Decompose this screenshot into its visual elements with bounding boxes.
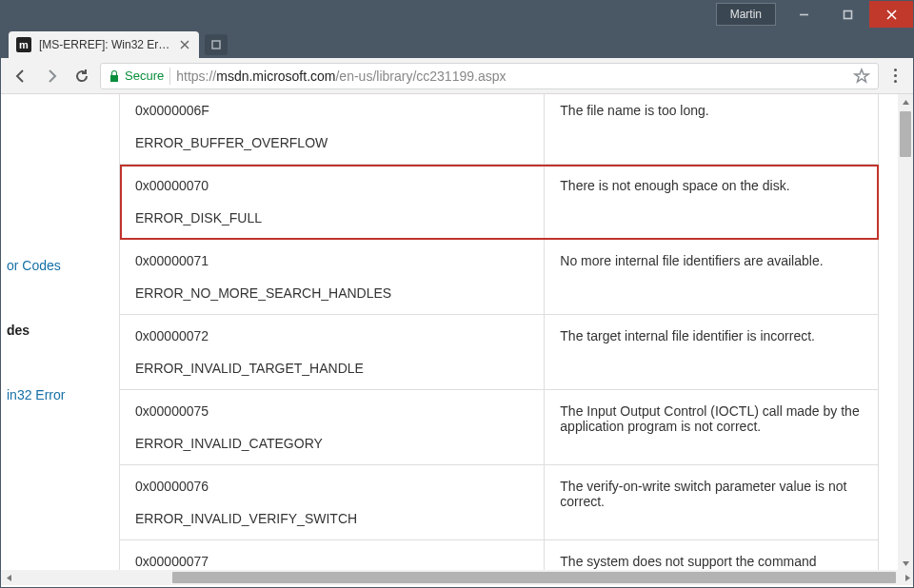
error-desc: There is not enough space on the disk. xyxy=(560,178,789,193)
table-row: 0x00000072ERROR_INVALID_TARGET_HANDLEThe… xyxy=(120,315,879,390)
url-path: /en-us/library/cc231199.aspx xyxy=(335,69,506,84)
error-desc-cell: There is not enough space on the disk. xyxy=(545,165,879,240)
error-desc: The system does not support the command … xyxy=(560,554,816,571)
window-buttons xyxy=(782,1,913,28)
error-code: 0x00000071 xyxy=(135,253,528,268)
horizontal-scroll-thumb[interactable] xyxy=(172,572,896,583)
error-desc: The verify-on-write switch parameter val… xyxy=(560,479,846,509)
page-content[interactable]: or Codes des in32 Error 0x0000006FERROR_… xyxy=(1,94,900,571)
error-desc: The Input Output Control (IOCTL) call ma… xyxy=(560,403,859,434)
doc-sidebar: or Codes des in32 Error xyxy=(7,94,111,452)
error-code: 0x00000070 xyxy=(135,178,528,193)
error-code: 0x00000076 xyxy=(135,479,528,494)
table-row: 0x00000075ERROR_INVALID_CATEGORYThe Inpu… xyxy=(120,390,879,465)
svg-rect-6 xyxy=(212,41,220,49)
error-code: 0x00000077 xyxy=(135,554,528,569)
sidebar-item-current[interactable]: des xyxy=(7,323,30,338)
error-code-cell: 0x00000076ERROR_INVALID_VERIFY_SWITCH xyxy=(120,465,545,540)
error-code-cell: 0x0000006FERROR_BUFFER_OVERFLOW xyxy=(120,94,545,165)
error-desc-cell: The verify-on-write switch parameter val… xyxy=(545,465,879,540)
error-desc: The target internal file identifier is i… xyxy=(560,328,815,343)
error-code-cell: 0x00000070ERROR_DISK_FULL xyxy=(120,165,545,240)
svg-marker-7 xyxy=(855,69,868,82)
tab-close-icon[interactable] xyxy=(180,40,189,49)
url-text: https://msdn.microsoft.com/en-us/library… xyxy=(176,69,506,84)
scroll-up-icon[interactable] xyxy=(898,94,913,109)
error-code-cell: 0x00000075ERROR_INVALID_CATEGORY xyxy=(120,390,545,465)
table-row: 0x0000006FERROR_BUFFER_OVERFLOWThe file … xyxy=(120,94,879,165)
lock-icon xyxy=(109,69,120,83)
minimize-button[interactable] xyxy=(782,1,825,28)
error-name: ERROR_NO_MORE_SEARCH_HANDLES xyxy=(135,285,391,301)
scroll-left-icon[interactable] xyxy=(1,570,16,585)
error-code: 0x00000072 xyxy=(135,328,528,343)
error-desc: No more internal file identifiers are av… xyxy=(560,253,823,268)
bookmark-star-icon[interactable] xyxy=(853,68,870,85)
tab-strip: m [MS-ERREF]: Win32 Erro… xyxy=(1,28,913,58)
svg-marker-8 xyxy=(903,100,909,105)
horizontal-scrollbar[interactable] xyxy=(1,570,914,585)
error-desc: The file name is too long. xyxy=(560,103,708,118)
new-tab-button[interactable] xyxy=(205,34,228,55)
vertical-scrollbar[interactable] xyxy=(898,94,913,571)
error-name: ERROR_INVALID_TARGET_HANDLE xyxy=(135,361,364,376)
error-desc-cell: The file name is too long. xyxy=(545,94,879,165)
svg-rect-1 xyxy=(844,10,851,18)
url-host: msdn.microsoft.com xyxy=(216,69,335,84)
error-name: ERROR_INVALID_CATEGORY xyxy=(135,436,323,451)
browser-menu-button[interactable] xyxy=(884,69,905,83)
browser-tab[interactable]: m [MS-ERREF]: Win32 Erro… xyxy=(9,31,199,58)
window-titlebar: Martin xyxy=(1,1,913,28)
url-box[interactable]: Secure https://msdn.microsoft.com/en-us/… xyxy=(100,63,879,89)
back-button[interactable] xyxy=(9,64,33,88)
error-name: ERROR_BUFFER_OVERFLOW xyxy=(135,135,328,150)
error-code-cell: 0x00000071ERROR_NO_MORE_SEARCH_HANDLES xyxy=(120,240,545,315)
sidebar-item-win32-error[interactable]: in32 Error xyxy=(7,387,65,402)
error-code: 0x0000006F xyxy=(135,103,528,118)
vertical-scroll-thumb[interactable] xyxy=(900,111,911,157)
url-scheme: https xyxy=(176,69,205,84)
close-button[interactable] xyxy=(869,1,913,28)
error-code-cell: 0x00000077ERROR_BAD_DRIVER_LEVEL xyxy=(120,540,545,572)
svg-marker-9 xyxy=(903,561,909,566)
secure-label: Secure xyxy=(125,69,164,83)
error-code-cell: 0x00000072ERROR_INVALID_TARGET_HANDLE xyxy=(120,315,545,390)
scroll-right-icon[interactable] xyxy=(900,570,914,585)
tab-title: [MS-ERREF]: Win32 Erro… xyxy=(39,38,172,51)
error-desc-cell: The target internal file identifier is i… xyxy=(545,315,879,390)
forward-button[interactable] xyxy=(39,64,64,88)
error-desc-cell: No more internal file identifiers are av… xyxy=(545,240,879,315)
error-desc-cell: The Input Output Control (IOCTL) call ma… xyxy=(545,390,879,465)
table-row: 0x00000070ERROR_DISK_FULLThere is not en… xyxy=(120,165,879,240)
favicon-icon: m xyxy=(16,37,31,52)
secure-indicator: Secure xyxy=(109,69,164,83)
table-row: 0x00000076ERROR_INVALID_VERIFY_SWITCHThe… xyxy=(120,465,879,540)
svg-marker-10 xyxy=(7,575,11,581)
sidebar-item-error-codes[interactable]: or Codes xyxy=(7,258,61,273)
page-viewport: or Codes des in32 Error 0x0000006FERROR_… xyxy=(1,94,913,585)
reload-button[interactable] xyxy=(70,64,94,88)
error-desc-cell: The system does not support the command … xyxy=(545,540,879,572)
error-code: 0x00000075 xyxy=(135,403,528,419)
error-name: ERROR_DISK_FULL xyxy=(135,210,262,225)
maximize-button[interactable] xyxy=(825,1,869,28)
error-codes-table: 0x0000006FERROR_BUFFER_OVERFLOWThe file … xyxy=(119,94,879,571)
table-row: 0x00000077ERROR_BAD_DRIVER_LEVELThe syst… xyxy=(120,540,879,572)
svg-marker-11 xyxy=(905,575,910,581)
url-separator xyxy=(169,68,170,85)
user-name: Martin xyxy=(730,8,762,21)
scroll-down-icon[interactable] xyxy=(898,556,913,571)
user-badge[interactable]: Martin xyxy=(716,3,776,26)
table-row: 0x00000071ERROR_NO_MORE_SEARCH_HANDLESNo… xyxy=(120,240,879,315)
error-name: ERROR_INVALID_VERIFY_SWITCH xyxy=(135,511,357,526)
address-bar: Secure https://msdn.microsoft.com/en-us/… xyxy=(1,58,913,94)
